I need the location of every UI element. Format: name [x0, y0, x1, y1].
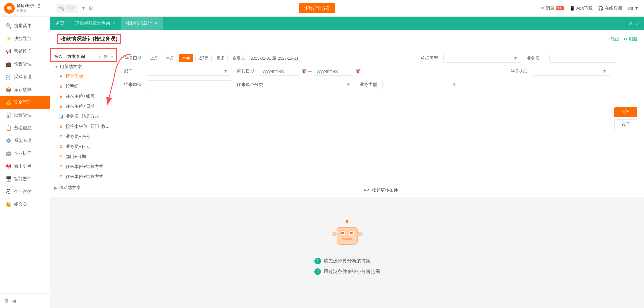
scheme-item-label-salesperson: 按业务员 [66, 73, 83, 79]
sidebar-label-guide: 新手引导 [14, 163, 32, 169]
scheme-panel-header: 按以下方案查询 + ⚙ « [50, 52, 117, 62]
user-name: Rit [628, 6, 633, 11]
scheme-item-salesperson-date[interactable]: ⚙ 业务员+日期 [50, 142, 117, 152]
header-dropdown-icon[interactable]: ▼ [81, 6, 86, 11]
partner-select[interactable]: ··· [147, 80, 231, 89]
scheme-item-by-salesperson[interactable]: ● 按业务员 [50, 71, 117, 81]
empty-illustration [330, 217, 364, 251]
scheme-item-dept-date[interactable]: ⏱ 部门+日期 [50, 152, 117, 162]
filter-row-2: 部门 ▼ 审核日期 [124, 67, 610, 76]
scheme-item-icon-ss: 📊 [58, 114, 64, 119]
svg-point-4 [341, 232, 344, 234]
scheme-item-partner-settlement1[interactable]: ⊞ 往来单位+结算方式 [50, 162, 117, 172]
svg-rect-1 [337, 227, 357, 244]
scheme-add-icon[interactable]: + [98, 54, 101, 59]
footer-collapse-icon[interactable]: ◀ [12, 298, 16, 304]
export-button[interactable]: ↑ 导出 [607, 36, 620, 42]
tab-receipt-stats-close[interactable]: ✕ [154, 21, 158, 26]
doc-status-chevron: ▼ [602, 69, 607, 74]
sidebar-item-wechat[interactable]: 💬 企业微信 [0, 185, 50, 198]
scheme-group-mobile-title[interactable]: ▶ 移动端方案 [50, 183, 117, 192]
sidebar-item-system[interactable]: ⚙️ 系统管理 [0, 134, 50, 147]
partner-category-select[interactable]: ▼ [266, 80, 354, 89]
filter-item-biz-type: 业务类型 ▼ [360, 80, 460, 89]
sidebar-item-quick-nav[interactable]: ⚡ 快捷导航 [0, 32, 50, 45]
scheme-group-pc-label: 电脑端方案 [60, 64, 82, 70]
online-service-button[interactable]: 🎧 在线客服 [598, 5, 622, 11]
date-btn-this-year[interactable]: 本年 [179, 54, 193, 62]
date-from: 2023-01-01 [251, 56, 271, 61]
sidebar-item-inventory[interactable]: 📦 库存核算 [0, 83, 50, 96]
doc-type-select[interactable]: ▼ [443, 54, 521, 63]
sidebar-item-search[interactable]: 🔍 搜索菜单 [0, 19, 50, 32]
query-button[interactable]: 查询 [614, 107, 637, 117]
header-search-text: 搜索 [66, 5, 75, 11]
sidebar-label-search: 搜索菜单 [14, 23, 32, 29]
app-download-label: App下载 [576, 5, 593, 11]
date-btn-7days[interactable]: 近7天 [195, 54, 212, 62]
header-search[interactable]: 🔍 搜索 [56, 4, 78, 13]
tab-expand-icon[interactable]: ⤢ [636, 20, 640, 27]
query-buttons: 查询 设置 [614, 102, 637, 130]
collapse-bar[interactable]: ∧∧ 收起更多条件 [117, 183, 644, 197]
tab-receipt-stats[interactable]: 收款情况统计 ✕ [121, 17, 163, 30]
sidebar-item-member[interactable]: 👑 畅会员 [0, 198, 50, 211]
sidebar-item-purchase[interactable]: 🛒 采购管理 [0, 70, 50, 83]
biz-type-select[interactable]: ▼ [382, 80, 460, 89]
sidebar-item-finance[interactable]: 💰 资金管理 [0, 96, 50, 109]
partner-more[interactable]: ··· [224, 82, 228, 87]
filter-item-dept: 部门 ▼ [124, 67, 231, 76]
tab-bank-flow[interactable]: 现金银行流水查询 ✕ [70, 17, 121, 30]
filter-container: 按以下方案查询 + ⚙ « [50, 48, 644, 197]
scheme-item-partner-account[interactable]: ⊞ 往来单位+账号 [50, 91, 117, 101]
scheme-item-partner-settlement2[interactable]: ⊞ 往来单位+结算方式 [50, 172, 117, 182]
page-content: 收款情况统计(按业务员) ↑ 导出 ↻ 刷新 [50, 30, 644, 308]
review-date-to-input[interactable] [314, 67, 354, 76]
scheme-item-label-pd: 往来单位+日期 [66, 103, 95, 109]
date-btn-more[interactable]: 更多 [214, 54, 228, 62]
sidebar-item-hardware[interactable]: 🖥️ 智能硬件 [0, 172, 50, 185]
tab-home[interactable]: 首页 [50, 17, 70, 30]
user-menu[interactable]: Rit ▼ [628, 6, 639, 11]
top-header: 🔍 搜索 ▼ ⚙ 体验行业方案 ✉ 消息 99+ 📱 App下载 🎧 [50, 0, 644, 17]
date-btn-this-month[interactable]: 本月 [163, 54, 177, 62]
sidebar-item-enterprise[interactable]: 🏢 企业协同 [0, 147, 50, 160]
filter-item-salesperson: 业务员 ··· [527, 54, 610, 63]
sidebar-item-guide[interactable]: 🎯 新手引导 [0, 160, 50, 172]
refresh-button[interactable]: ↻ 刷新 [624, 36, 637, 42]
doc-status-select[interactable]: ▼ [533, 67, 610, 76]
export-label: 导出 [611, 36, 620, 42]
scheme-item-by-detail[interactable]: ⊞ 按明细 [50, 81, 117, 91]
scheme-item-salesperson-settlement[interactable]: 📊 业务员+结算方式 [50, 111, 117, 121]
scheme-collapse-icon[interactable]: « [110, 54, 113, 59]
sidebar-item-marketing[interactable]: 📢 营销推广 [0, 45, 50, 58]
tab-bank-flow-close[interactable]: ✕ [112, 21, 115, 26]
sidebar-item-basic[interactable]: 📋 基础信息 [0, 121, 50, 134]
review-date-from-input[interactable] [260, 67, 300, 76]
empty-state: 1 请先选择要分析的方案 2 用过滤条件来缩小分析范围 [50, 197, 644, 299]
sidebar-item-sales[interactable]: 💼 销售管理 [0, 58, 50, 70]
footer-settings-icon[interactable]: ⚙ [4, 298, 9, 304]
scheme-item-label-sd: 业务员+日期 [66, 144, 90, 150]
scheme-item-salesperson-account[interactable]: ⊞ 业务员+账号 [50, 132, 117, 142]
settings-button[interactable]: 设置 [614, 119, 637, 130]
dept-select[interactable]: ▼ [147, 67, 231, 76]
salesperson-label: 业务员 [527, 55, 547, 61]
scheme-item-partner-date[interactable]: ⊞ 往来单位+日期 [50, 101, 117, 111]
app-download-button[interactable]: 📱 App下载 [570, 5, 593, 11]
tab-close-all-icon[interactable]: ✕ [629, 20, 633, 27]
date-btn-last-month[interactable]: 上月 [147, 54, 161, 62]
scheme-settings-icon[interactable]: ⚙ [103, 54, 108, 59]
salesperson-select[interactable]: ··· [549, 54, 616, 63]
user-chevron-icon: ▼ [634, 6, 639, 11]
salesperson-more[interactable]: ··· [609, 56, 613, 61]
scheme-group-pc-title[interactable]: ▼ 电脑端方案 [50, 62, 117, 71]
sidebar: 畅 畅捷通好生意 标准版 🔍 搜索菜单 ⚡ 快捷导航 📢 营销推广 💼 销售管理 [0, 0, 50, 308]
date-btn-custom[interactable]: 自定义 [230, 54, 248, 62]
trial-solution-button[interactable]: 体验行业方案 [299, 3, 335, 13]
sidebar-item-operation[interactable]: 📊 经营管理 [0, 109, 50, 121]
scheme-item-partner-dept[interactable]: ⊞ 按往来单位+部门+收... [50, 121, 117, 132]
guide-icon: 🎯 [5, 163, 11, 169]
header-settings-icon[interactable]: ⚙ [88, 5, 93, 11]
message-button[interactable]: ✉ 消息 99+ [541, 5, 564, 11]
